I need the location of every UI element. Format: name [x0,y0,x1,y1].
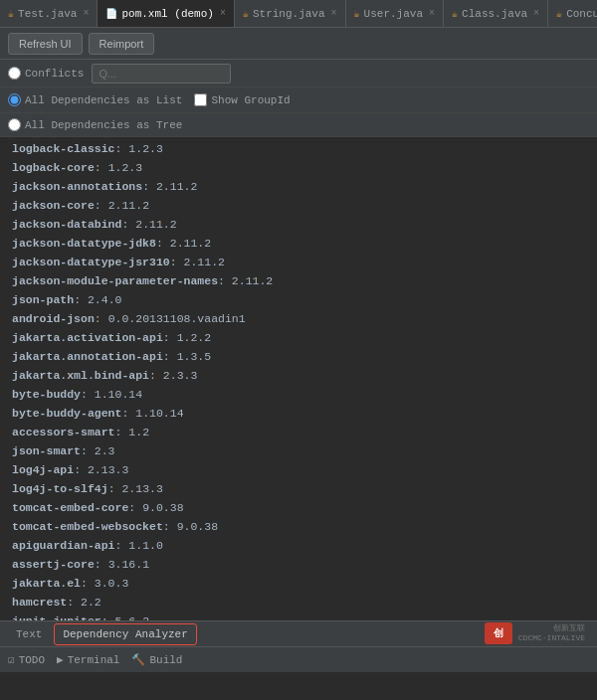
tab-pom-xml[interactable]: 📄pom.xml (demo)× [98,0,234,27]
dep-item-11[interactable]: jakarta.annotation-api : 1.3.5 [0,347,597,366]
todo-icon: ☑ [8,653,15,666]
tab-close-string-java[interactable]: × [331,8,337,19]
tab-icon-test-java: ☕ [8,8,14,20]
text-bottom-tab[interactable]: Text [8,623,50,645]
dep-name-9: android-json [12,310,95,327]
dep-name-22: assertj-core [12,556,95,573]
brand-text: 创新互联 CDCMC·INTALIVE [518,623,585,644]
dep-version-14: : 1.10.14 [121,405,183,422]
dep-item-12[interactable]: jakarta.xml.bind-api : 2.3.3 [0,366,597,385]
dependency-analyzer-tab-label: Dependency Analyzer [63,628,187,640]
show-groupid-checkbox-group: Show GroupId [194,93,290,106]
toolbar: Refresh UI Reimport [0,28,597,60]
dep-item-5[interactable]: jackson-datatype-jdk8 : 2.11.2 [0,234,597,253]
dep-version-6: : 2.11.2 [170,254,225,270]
all-deps-tree-radio[interactable] [8,118,21,131]
tab-label-test-java: Test.java [18,8,77,20]
dep-item-10[interactable]: jakarta.activation-api : 1.2.2 [0,328,597,347]
dep-name-20: tomcat-embed-websocket [12,518,163,535]
all-deps-tree-label: All Dependencies as Tree [25,119,182,131]
dep-version-3: : 2.11.2 [95,197,149,214]
tab-label-concurrenthashmap-java: ConcurrentHashMap.java [566,8,597,20]
conflicts-radio[interactable] [8,67,21,80]
dep-name-7: jackson-module-parameter-names [12,272,218,289]
dep-name-8: json-path [12,291,74,308]
dep-item-2[interactable]: jackson-annotations : 2.11.2 [0,177,597,196]
all-deps-tree-radio-group: All Dependencies as Tree [8,118,182,131]
dep-item-18[interactable]: log4j-to-slf4j : 2.13.3 [0,479,597,498]
dep-version-2: : 2.11.2 [142,178,197,195]
refresh-ui-button[interactable]: Refresh UI [8,33,83,55]
tab-class-java[interactable]: ☕Class.java× [444,0,548,27]
dependency-analyzer-bottom-tab[interactable]: Dependency Analyzer [54,623,196,645]
dep-item-19[interactable]: tomcat-embed-core : 9.0.38 [0,498,597,517]
filter-row: Conflicts [0,60,597,88]
tab-icon-user-java: ☕ [354,8,360,20]
dep-item-3[interactable]: jackson-core : 2.11.2 [0,196,597,215]
dep-version-17: : 2.13.3 [74,461,128,478]
dep-version-23: : 3.0.3 [81,575,128,592]
tab-test-java[interactable]: ☕Test.java× [0,0,98,27]
dep-name-11: jakarta.annotation-api [12,348,163,365]
tab-string-java[interactable]: ☕String.java× [235,0,346,27]
dep-name-24: hamcrest [12,594,67,611]
dep-item-20[interactable]: tomcat-embed-websocket : 9.0.38 [0,517,597,536]
tab-close-test-java[interactable]: × [83,8,89,19]
build-icon: 🔨 [131,653,145,666]
search-input[interactable] [92,64,231,84]
dep-name-21: apiguardian-api [12,537,115,554]
dep-item-15[interactable]: accessors-smart : 1.2 [0,423,597,441]
tab-close-class-java[interactable]: × [533,8,539,19]
tab-close-pom-xml[interactable]: × [220,8,226,19]
build-status-item[interactable]: 🔨 Build [131,653,182,666]
all-deps-list-radio-group: All Dependencies as List [8,93,182,106]
dep-version-5: : 2.11.2 [156,235,211,252]
dep-version-1: : 1.2.3 [95,159,142,176]
brand-logo: 创 [485,622,512,644]
dep-item-0[interactable]: logback-classic : 1.2.3 [0,139,597,158]
tab-concurrenthashmap-java[interactable]: ☕ConcurrentHashMap.java× [548,0,597,27]
dep-item-1[interactable]: logback-core : 1.2.3 [0,158,597,177]
dep-name-16: json-smart [12,442,81,459]
todo-status-item[interactable]: ☑ TODO [8,653,45,666]
tab-icon-pom-xml: 📄 [105,8,117,20]
dep-version-12: : 2.3.3 [149,367,197,384]
all-deps-list-radio[interactable] [8,93,21,106]
tab-label-string-java: String.java [253,8,325,20]
tab-label-class-java: Class.java [462,8,527,20]
dep-item-9[interactable]: android-json : 0.0.20131108.vaadin1 [0,309,597,328]
dep-item-4[interactable]: jackson-databind : 2.11.2 [0,215,597,234]
dep-item-13[interactable]: byte-buddy : 1.10.14 [0,385,597,404]
dep-name-13: byte-buddy [12,386,81,403]
dep-item-16[interactable]: json-smart : 2.3 [0,441,597,460]
dep-item-24[interactable]: hamcrest : 2.2 [0,593,597,612]
dep-item-7[interactable]: jackson-module-parameter-names : 2.11.2 [0,271,597,290]
dep-version-0: : 1.2.3 [115,140,163,157]
dep-item-22[interactable]: assertj-core : 3.16.1 [0,555,597,574]
dep-item-6[interactable]: jackson-datatype-jsr310 : 2.11.2 [0,253,597,271]
text-tab-label: Text [16,628,42,640]
conflicts-label: Conflicts [25,68,84,80]
dep-name-10: jakarta.activation-api [12,329,163,346]
dep-item-23[interactable]: jakarta.el : 3.0.3 [0,574,597,593]
tab-icon-string-java: ☕ [243,8,249,20]
dep-version-4: : 2.11.2 [121,216,176,233]
show-groupid-checkbox[interactable] [194,93,207,106]
dep-name-17: log4j-api [12,461,74,478]
dep-version-7: : 2.11.2 [218,272,273,289]
dep-item-21[interactable]: apiguardian-api : 1.1.0 [0,536,597,555]
dep-name-0: logback-classic [12,140,115,157]
dep-item-14[interactable]: byte-buddy-agent : 1.10.14 [0,404,597,423]
dep-item-8[interactable]: json-path : 2.4.0 [0,290,597,309]
terminal-status-item[interactable]: ▶ Terminal [57,653,119,666]
tab-user-java[interactable]: ☕User.java× [346,0,444,27]
dependency-list-container[interactable]: logback-classic : 1.2.3logback-core : 1.… [0,137,597,646]
dep-item-17[interactable]: log4j-api : 2.13.3 [0,460,597,479]
brand-watermark: 创 创新互联 CDCMC·INTALIVE [485,622,585,644]
reimport-button[interactable]: Reimport [89,33,155,55]
dep-name-19: tomcat-embed-core [12,499,128,516]
tab-icon-class-java: ☕ [452,8,458,20]
dep-version-10: : 1.2.2 [163,329,211,346]
tab-close-user-java[interactable]: × [429,8,435,19]
dep-version-16: : 2.3 [81,442,115,459]
